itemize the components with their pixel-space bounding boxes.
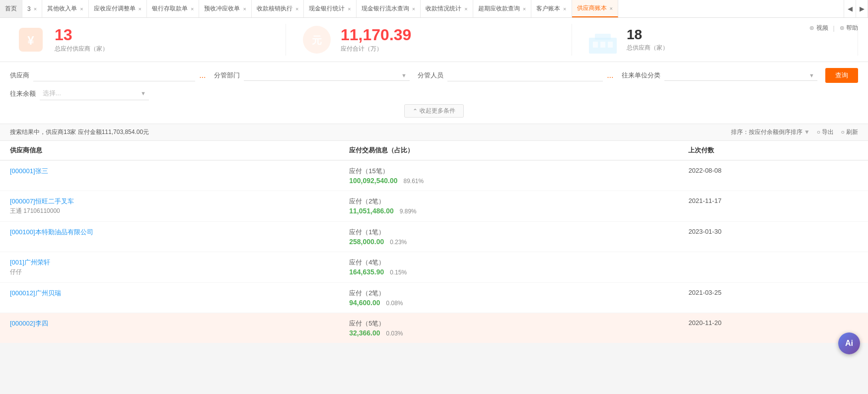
help-link[interactable]: ⊙ 帮助 <box>840 24 858 32</box>
nav-tab-overdue[interactable]: 超期应收款查询 × <box>473 0 531 17</box>
filter-input-person[interactable] <box>447 69 603 81</box>
nav-tab-3[interactable]: 3 × <box>22 0 42 17</box>
nav-tab-supplier-ledger-label: 供应商账本 <box>577 4 607 12</box>
filter-dots-person[interactable]: ... <box>607 71 613 80</box>
result-text: 搜索结果中，供应商13家 应付金额111,703,854.00元 <box>10 128 149 136</box>
filter-select-dept[interactable]: ▼ <box>244 70 410 81</box>
refresh-icon: ○ <box>841 129 844 135</box>
result-bar: 搜索结果中，供应商13家 应付金额111,703,854.00元 排序：按应付余… <box>0 124 868 141</box>
last-payment-cell: 2023-01-30 <box>688 228 858 235</box>
table-row: [000002]李四应付（5笔）32,366.000.03%2020-11-20 <box>0 313 868 343</box>
nav-tab-cash-flow-close[interactable]: × <box>412 6 415 12</box>
supplier-link[interactable]: [000002]李四 <box>10 320 48 327</box>
nav-tab-customer-ledger-close[interactable]: × <box>563 6 566 12</box>
nav-tab-customer-ledger-label: 客户账本 <box>536 4 560 13</box>
supplier-link[interactable]: [000100]本特勤油品有限公司 <box>10 228 93 236</box>
filter-select-category[interactable]: ▼ <box>664 70 818 81</box>
nav-tab-receipt-stats-close[interactable]: × <box>464 6 467 12</box>
supplier-info-cell: [000012]广州贝瑞 <box>10 289 349 298</box>
nav-tab-bank-deposit-close[interactable]: × <box>191 6 194 12</box>
transaction-info-cell: 应付（4笔）164,635.900.15% <box>349 258 688 276</box>
header-stats: ¥ 13 总应付供应商（家） 元 11,170.39 应付合计（万） <box>0 18 868 62</box>
ai-label: Ai <box>845 339 853 343</box>
payable-suppliers-icon: ¥ <box>15 24 47 56</box>
nav-tab-receipt-close[interactable]: × <box>295 6 298 12</box>
stat-label-total-suppliers: 总供应商（家） <box>627 44 668 52</box>
svg-rect-6 <box>593 42 598 48</box>
stat-info-total-suppliers: 18 总供应商（家） <box>627 28 668 52</box>
nav-tab-supplier-ledger[interactable]: 供应商账本 × <box>572 0 618 17</box>
video-link[interactable]: ⊙ 视频 <box>809 24 828 32</box>
supplier-info-cell: [001]广州荣轩仔仔 <box>10 258 349 276</box>
table-area: 供应商信息 应付交易信息（占比） 上次付数 [000001]张三应付（15笔）1… <box>0 141 868 343</box>
supplier-link[interactable]: [000001]张三 <box>10 167 48 175</box>
filter-label-person: 分管人员 <box>418 71 443 80</box>
nav-tab-adjustment[interactable]: 应收应付调整单 × <box>89 0 147 17</box>
col-header-last-payment: 上次付数 <box>688 146 858 155</box>
nav-tab-supplier-ledger-close[interactable]: × <box>610 5 613 11</box>
nav-prev-button[interactable]: ◀ <box>844 0 856 18</box>
transaction-label: 应付（5笔） <box>349 319 688 328</box>
export-icon: ○ <box>817 129 820 135</box>
refresh-button[interactable]: ○ 刷新 <box>841 128 858 136</box>
filter-input-supplier[interactable] <box>33 69 195 81</box>
table-row: [000012]广州贝瑞应付（2笔）94,600.000.08%2021-03-… <box>0 283 868 313</box>
filter-area: 供应商 ... 分管部门 ▼ 分管人员 ... 往来单位分类 ▼ 查询 <box>0 62 868 124</box>
nav-tab-adjustment-label: 应收应付调整单 <box>94 4 136 13</box>
sort-button[interactable]: 排序：按应付余额倒序排序 ▼ <box>731 128 810 136</box>
supplier-sub-info: 仔仔 <box>10 268 349 276</box>
nav-tab-other-income[interactable]: 其他收入单 × <box>42 0 88 17</box>
transaction-info-cell: 应付（2笔）94,600.000.08% <box>349 289 688 307</box>
search-button[interactable]: 查询 <box>825 68 858 83</box>
nav-tab-cash-flow[interactable]: 现金银行流水查询 × <box>357 0 421 17</box>
filter-dept-arrow-icon: ▼ <box>401 72 407 78</box>
nav-tab-prepay-label: 预收冲应收单 <box>204 4 240 13</box>
collapse-button[interactable]: ⌃ 收起更多条件 <box>404 104 464 118</box>
filter-dots-supplier[interactable]: ... <box>199 71 206 80</box>
transaction-amount: 258,000.00 <box>349 238 384 246</box>
filter-item-supplier: 供应商 ... <box>10 69 206 81</box>
table-row: [001]广州荣轩仔仔应付（4笔）164,635.900.15% <box>0 252 868 283</box>
nav-tab-customer-ledger[interactable]: 客户账本 × <box>531 0 572 17</box>
nav-tab-3-close[interactable]: × <box>34 6 37 12</box>
nav-tab-prepay-close[interactable]: × <box>243 6 246 12</box>
top-navigation: 首页 3 × 其他收入单 × 应收应付调整单 × 银行存取款单 × 预收冲应收单… <box>0 0 868 18</box>
nav-tab-3-label: 3 <box>27 5 31 12</box>
transaction-amount: 94,600.00 <box>349 299 380 307</box>
filter-label-dept: 分管部门 <box>214 71 240 80</box>
nav-tab-other-income-close[interactable]: × <box>80 6 83 12</box>
supplier-link[interactable]: [000012]广州贝瑞 <box>10 289 61 297</box>
last-payment-cell: 2022-08-08 <box>688 167 858 174</box>
nav-tab-cash-stats[interactable]: 现金银行统计 × <box>304 0 356 17</box>
collapse-chevron-icon: ⌃ <box>413 108 418 115</box>
nav-tab-overdue-close[interactable]: × <box>523 6 526 12</box>
nav-tab-adjustment-close[interactable]: × <box>139 6 142 12</box>
nav-next-button[interactable]: ▶ <box>856 0 868 18</box>
export-button[interactable]: ○ 导出 <box>817 128 834 136</box>
transaction-pct: 89.61% <box>404 178 424 185</box>
nav-tab-receipt[interactable]: 收款核销执行 × <box>252 0 304 17</box>
transaction-label: 应付（2笔） <box>349 197 688 206</box>
nav-tab-receipt-stats-label: 收款情况统计 <box>426 4 461 13</box>
nav-tab-prepay[interactable]: 预收冲应收单 × <box>199 0 251 17</box>
transaction-pct: 0.08% <box>386 300 403 307</box>
nav-tab-cash-flow-label: 现金银行流水查询 <box>362 4 409 13</box>
filter-balance-arrow-icon: ▼ <box>141 90 146 96</box>
transaction-label: 应付（4笔） <box>349 258 688 267</box>
supplier-link[interactable]: [001]广州荣轩 <box>10 259 50 266</box>
stat-info-total-payable: 11,170.39 应付合计（万） <box>341 27 411 53</box>
nav-tab-cash-stats-close[interactable]: × <box>348 6 351 12</box>
nav-tab-receipt-stats[interactable]: 收款情况统计 × <box>421 0 473 17</box>
transaction-pct: 9.89% <box>400 208 417 215</box>
filter-select-balance[interactable]: 选择... ▼ <box>40 87 149 100</box>
filter-label-supplier: 供应商 <box>10 71 29 80</box>
transaction-amount: 100,092,540.00 <box>349 177 397 185</box>
supplier-link[interactable]: [000007]恒旺二手叉车 <box>10 197 74 205</box>
filter-item-person: 分管人员 ... <box>418 69 614 81</box>
filter-label-balance: 往来余额 <box>10 89 36 98</box>
last-payment-cell: 2021-03-25 <box>688 289 858 296</box>
stat-label-total-payable: 应付合计（万） <box>341 45 411 53</box>
stat-number-total-suppliers: 18 <box>627 28 668 42</box>
nav-tab-bank-deposit[interactable]: 银行存取款单 × <box>147 0 199 17</box>
nav-tab-home[interactable]: 首页 <box>0 0 22 17</box>
